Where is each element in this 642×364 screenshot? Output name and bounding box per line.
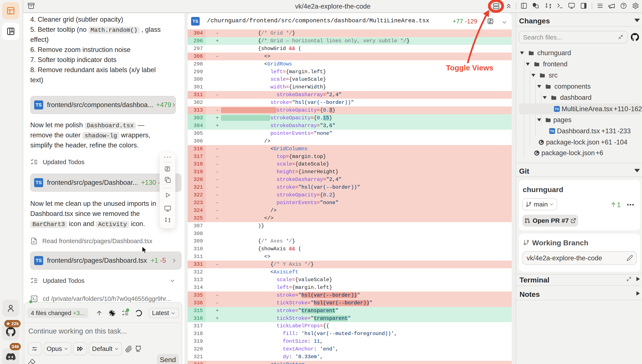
- svg-text:Toggle Views: Toggle Views: [446, 64, 493, 72]
